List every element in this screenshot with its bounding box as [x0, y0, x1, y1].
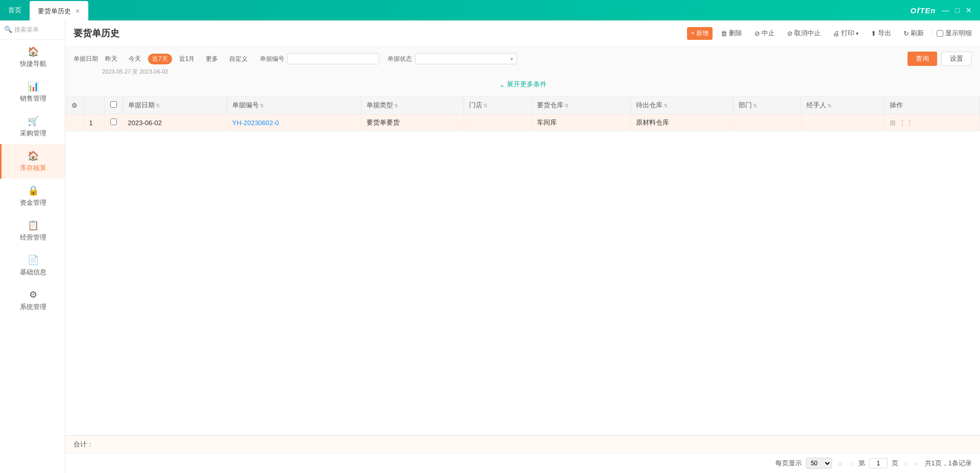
- th-handler[interactable]: 经手人⇅: [801, 97, 884, 114]
- cancel-stop-button[interactable]: ⊘ 取消中止: [783, 27, 825, 40]
- select-all-checkbox[interactable]: [110, 101, 117, 108]
- per-page-label: 每页显示: [775, 459, 802, 468]
- refresh-button[interactable]: ↻ 刷新: [899, 27, 928, 40]
- table-header-row: ⚙ 单据日期⇅ 单据编号⇅ 单据类型⇅ 门店⇅ 要货仓库⇅ 待出仓库⇅ 部门⇅ …: [65, 97, 980, 114]
- sidebar-item-inventory[interactable]: 🏠 库存核算: [0, 144, 65, 179]
- print-dropdown-icon: ▾: [856, 31, 859, 36]
- sidebar-item-sales[interactable]: 📊 销售管理: [0, 75, 65, 109]
- date-tag-1month[interactable]: 近1月: [175, 54, 199, 64]
- date-tag-today[interactable]: 今天: [125, 54, 145, 64]
- td-handler: [801, 114, 884, 131]
- sidebar-item-label: 系统管理: [20, 302, 46, 312]
- operations-icon: 📋: [28, 220, 39, 231]
- th-pending-warehouse[interactable]: 待出仓库⇅: [630, 97, 733, 114]
- toolbar-divider: [932, 29, 933, 37]
- page-label: 第: [859, 459, 865, 468]
- status-filter-input[interactable]: [415, 53, 517, 64]
- sidebar-search-label: 搜索菜单: [14, 26, 39, 33]
- total-info: 共1页，1条记录: [925, 459, 972, 468]
- footer-summary: 合计：: [65, 435, 980, 453]
- expand-more-button[interactable]: ⌄ 展开更多条件: [74, 78, 972, 91]
- per-page-select[interactable]: 20 50 100 200: [806, 458, 832, 469]
- sidebar-item-finance[interactable]: 🔒 资金管理: [0, 179, 65, 214]
- td-docno: YH-20230602-0: [227, 114, 361, 131]
- show-detail-checkbox[interactable]: 显示明细: [937, 29, 972, 38]
- th-check[interactable]: [104, 97, 122, 114]
- show-detail-input[interactable]: [937, 30, 943, 37]
- td-doctype: 要货单要货: [361, 114, 464, 131]
- filter-action-buttons: 查询 设置: [908, 52, 972, 66]
- row-checkbox[interactable]: [110, 119, 117, 125]
- stop-button[interactable]: ⊘ 中止: [750, 27, 779, 40]
- th-req-warehouse[interactable]: 要货仓库⇅: [532, 97, 631, 114]
- th-department[interactable]: 部门⇅: [733, 97, 801, 114]
- inventory-icon: 🏠: [28, 150, 39, 161]
- shortcuts-icon: 🏠: [28, 46, 39, 57]
- new-button[interactable]: + 新增: [687, 27, 713, 40]
- td-store: [463, 114, 531, 131]
- sidebar-item-label: 快捷导航: [20, 59, 46, 68]
- sidebar-item-operations[interactable]: 📋 经营管理: [0, 214, 65, 248]
- sidebar-item-system[interactable]: ⚙ 系统管理: [0, 283, 65, 318]
- maximize-icon[interactable]: □: [955, 6, 960, 14]
- page-header: 要货单历史 + 新增 🗑 删除 ⊘ 中止 ⊘ 取消中止 🖨 打印: [65, 20, 980, 46]
- tab-close-icon[interactable]: ✕: [75, 8, 80, 15]
- docno-link[interactable]: YH-20230602-0: [232, 119, 279, 127]
- th-settings[interactable]: ⚙: [65, 97, 84, 114]
- toolbar: + 新增 🗑 删除 ⊘ 中止 ⊘ 取消中止 🖨 打印 ▾: [687, 27, 972, 40]
- sidebar-item-shortcuts[interactable]: 🏠 快捷导航: [0, 40, 65, 75]
- th-date[interactable]: 单据日期⇅: [122, 97, 227, 114]
- td-check[interactable]: [104, 114, 122, 131]
- more-action-icon[interactable]: ⋮⋮: [899, 119, 913, 127]
- print-button[interactable]: 🖨 打印 ▾: [829, 27, 863, 40]
- sidebar: 🔍 搜索菜单 🏠 快捷导航 📊 销售管理 🛒 采购管理 🏠 库存核算 🔒 资金管…: [0, 20, 65, 473]
- status-filter-group: 单据状态 ▾: [387, 53, 517, 64]
- sidebar-item-basicinfo[interactable]: 📄 基础信息: [0, 248, 65, 283]
- sales-icon: 📊: [28, 81, 39, 92]
- top-bar: 首页 要货单历史 ✕ OfTEn — □ ✕: [0, 0, 980, 20]
- page-input[interactable]: [869, 458, 888, 468]
- settings-button[interactable]: 设置: [941, 52, 972, 66]
- td-date: 2023-06-02: [122, 114, 227, 131]
- date-tag-7days[interactable]: 近7天: [148, 54, 172, 64]
- page-title: 要货单历史: [74, 27, 687, 39]
- tab-requisition-history[interactable]: 要货单历史 ✕: [30, 1, 88, 21]
- stop-icon: ⊘: [754, 30, 760, 37]
- main-layout: 🔍 搜索菜单 🏠 快捷导航 📊 销售管理 🛒 采购管理 🏠 库存核算 🔒 资金管…: [0, 20, 980, 473]
- date-filter-group: 单据日期 昨天 今天 近7天 近1月 更多 自定义: [74, 54, 252, 64]
- sidebar-item-label: 销售管理: [20, 94, 46, 103]
- date-tag-custom[interactable]: 自定义: [225, 54, 252, 64]
- date-tag-yesterday[interactable]: 昨天: [101, 54, 121, 64]
- docno-filter-input[interactable]: [287, 53, 379, 64]
- last-page-button[interactable]: »: [913, 459, 920, 468]
- cancel-stop-icon: ⊘: [787, 30, 793, 37]
- docno-filter-label: 单据编号: [260, 55, 284, 63]
- prev-page-button[interactable]: ‹: [848, 459, 854, 468]
- date-range-text: 2023-05-27 至 2023-06-02: [102, 68, 168, 76]
- export-button[interactable]: ⬆ 导出: [867, 27, 895, 40]
- finance-icon: 🔒: [28, 185, 39, 196]
- td-settings: [65, 114, 84, 131]
- th-docno[interactable]: 单据编号⇅: [227, 97, 361, 114]
- pagination: 每页显示 20 50 100 200 « ‹ 第 页 › » 共1页，1条记录: [65, 453, 980, 473]
- data-table: ⚙ 单据日期⇅ 单据编号⇅ 单据类型⇅ 门店⇅ 要货仓库⇅ 待出仓库⇅ 部门⇅ …: [65, 97, 980, 131]
- edit-action-icon[interactable]: ⊞: [890, 119, 896, 127]
- sidebar-search-area[interactable]: 🔍 搜索菜单: [0, 20, 65, 40]
- sidebar-item-purchase[interactable]: 🛒 采购管理: [0, 109, 65, 144]
- next-page-button[interactable]: ›: [902, 459, 909, 468]
- date-tag-more[interactable]: 更多: [202, 54, 222, 64]
- date-filter-label: 单据日期: [74, 55, 98, 63]
- td-req-warehouse: 车间库: [532, 114, 631, 131]
- content-area: 要货单历史 + 新增 🗑 删除 ⊘ 中止 ⊘ 取消中止 🖨 打印: [65, 20, 980, 473]
- close-window-icon[interactable]: ✕: [966, 6, 972, 14]
- minimize-icon[interactable]: —: [942, 6, 949, 14]
- page-unit: 页: [892, 459, 898, 468]
- query-button[interactable]: 查询: [908, 52, 937, 66]
- first-page-button[interactable]: «: [836, 459, 844, 468]
- tab-home[interactable]: 首页: [0, 0, 30, 20]
- delete-button[interactable]: 🗑 删除: [717, 27, 746, 40]
- table-row: 1 2023-06-02 YH-20230602-0 要货单要货 车间库 原材料…: [65, 114, 980, 131]
- sidebar-item-label: 经营管理: [20, 233, 46, 242]
- th-store[interactable]: 门店⇅: [463, 97, 531, 114]
- th-doctype[interactable]: 单据类型⇅: [361, 97, 464, 114]
